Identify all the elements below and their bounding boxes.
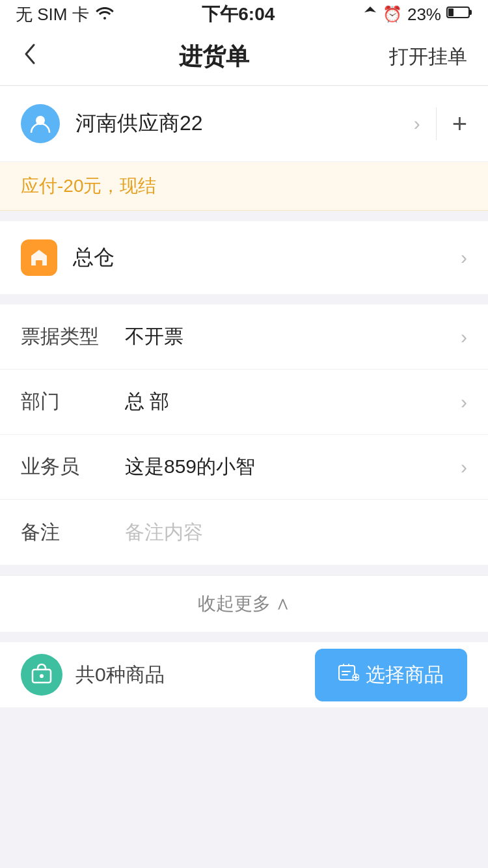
salesperson-label: 业务员 — [21, 454, 112, 480]
invoice-type-row[interactable]: 票据类型 不开票 › — [0, 305, 488, 370]
salesperson-row[interactable]: 业务员 这是859的小智 › — [0, 435, 488, 500]
status-time: 下午6:04 — [202, 2, 275, 27]
product-count: 共0种商品 — [75, 662, 315, 688]
invoice-type-label: 票据类型 — [21, 323, 112, 350]
supplier-chevron-icon: › — [414, 113, 420, 135]
supplier-card: 河南供应商22 › + 应付-20元，现结 — [0, 86, 488, 211]
svg-rect-1 — [448, 8, 454, 16]
select-icon — [338, 664, 359, 686]
carrier-text: 无 SIM 卡 — [16, 3, 89, 26]
department-row[interactable]: 部门 总 部 › — [0, 370, 488, 435]
alarm-icon: ⏰ — [383, 5, 402, 23]
location-icon — [363, 5, 377, 23]
status-bar: 无 SIM 卡 下午6:04 ⏰ 23% — [0, 0, 488, 29]
svg-rect-4 — [36, 260, 42, 265]
open-pending-button[interactable]: 打开挂单 — [389, 44, 467, 70]
divider — [436, 107, 437, 140]
department-chevron-icon: › — [461, 391, 467, 413]
salesperson-value: 这是859的小智 — [112, 454, 461, 480]
page-title: 进货单 — [179, 41, 249, 73]
battery-text: 23% — [407, 5, 441, 25]
remark-label: 备注 — [21, 519, 112, 546]
bottom-bar: 共0种商品 选择商品 — [0, 642, 488, 707]
remark-row[interactable]: 备注 备注内容 — [0, 500, 488, 565]
warehouse-card: 总仓 › — [0, 221, 488, 294]
supplier-avatar — [21, 104, 60, 143]
status-left: 无 SIM 卡 — [16, 3, 114, 26]
select-product-button[interactable]: 选择商品 — [315, 649, 467, 701]
back-button[interactable] — [21, 40, 39, 74]
invoice-type-value: 不开票 — [112, 323, 461, 350]
remark-input[interactable]: 备注内容 — [112, 519, 467, 546]
salesperson-chevron-icon: › — [461, 456, 467, 478]
department-value: 总 部 — [112, 388, 461, 415]
select-product-label: 选择商品 — [366, 662, 444, 688]
battery-icon — [446, 5, 472, 23]
form-card: 票据类型 不开票 › 部门 总 部 › 业务员 这是859的小智 › 备注 备注… — [0, 305, 488, 565]
wifi-icon — [96, 5, 114, 25]
main-content: 河南供应商22 › + 应付-20元，现结 总仓 › 票据类型 不开票 — [0, 86, 488, 707]
warehouse-name: 总仓 — [73, 243, 461, 272]
warehouse-chevron-icon: › — [461, 247, 467, 269]
department-label: 部门 — [21, 388, 112, 415]
status-right: ⏰ 23% — [363, 5, 472, 25]
svg-point-6 — [40, 674, 44, 678]
notice-text: 应付-20元，现结 — [21, 176, 156, 196]
nav-bar: 进货单 打开挂单 — [0, 29, 488, 86]
product-icon — [21, 654, 62, 696]
add-supplier-button[interactable]: + — [452, 109, 467, 139]
collapse-row[interactable]: 收起更多 ∧ — [0, 575, 488, 632]
notice-bar: 应付-20元，现结 — [0, 162, 488, 211]
supplier-row[interactable]: 河南供应商22 › + — [0, 86, 488, 162]
warehouse-icon — [21, 239, 57, 276]
collapse-label: 收起更多 ∧ — [198, 591, 291, 616]
invoice-chevron-icon: › — [461, 326, 467, 348]
svg-rect-2 — [469, 10, 472, 15]
warehouse-row[interactable]: 总仓 › — [0, 221, 488, 294]
supplier-name: 河南供应商22 — [75, 109, 414, 138]
